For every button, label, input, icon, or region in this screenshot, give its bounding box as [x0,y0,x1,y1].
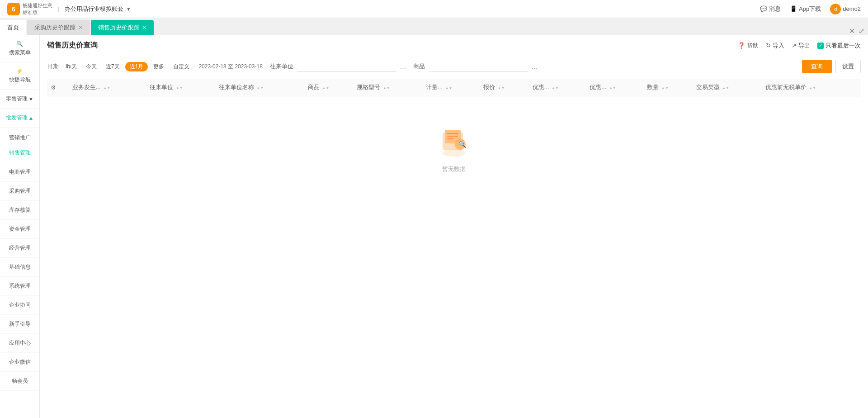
th-partner-name[interactable]: 往来单位名称 ▲▼ [215,79,304,96]
sort-quote-icon: ▲▼ [498,86,505,90]
partner-dots[interactable]: ... [400,62,406,71]
sidebar-item-apps[interactable]: 应用中心 [0,334,39,353]
sidebar-item-purchase[interactable]: 采购管理 [0,182,39,201]
date-buttons: 昨天 今天 近7天 近1月 更多 自定义 [62,62,193,71]
filter-bar: 日期 昨天 今天 近7天 近1月 更多 自定义 2023-02-18 至 202… [40,54,868,79]
empty-icon: 🔍 [436,124,472,160]
avatar: d [830,4,841,14]
sidebar-item-enterprise[interactable]: 企业协同 [0,296,39,315]
th-discount1[interactable]: 优惠... ▲▼ [529,79,586,96]
sidebar-item-basic[interactable]: 基础信息 [0,258,39,277]
sidebar-item-finance[interactable]: 资金管理 [0,220,39,239]
th-spec[interactable]: 规格型号 ▲▼ [353,79,422,96]
tab-purchase-close[interactable]: ✕ [78,24,83,31]
topbar: 6 畅捷通好生意 标准版 | 办公用品行业模拟账套 ▾ 💬 消息 📱 App下载… [0,0,868,18]
logo-icon: 6 [7,3,20,15]
th-tx-type[interactable]: 交易类型 ▲▼ [693,79,762,96]
date-btn-yesterday[interactable]: 昨天 [62,62,80,71]
sidebar-item-inventory[interactable]: 库存核算 [0,201,39,220]
sidebar-sub-item-sales-mgmt[interactable]: 销售管理 [0,145,39,160]
logo-area: 6 畅捷通好生意 标准版 [7,2,52,15]
svg-text:🔍: 🔍 [458,141,467,148]
date-range-display: 2023-02-18 至 2023-03-18 [198,63,262,71]
date-btn-custom[interactable]: 自定义 [170,62,193,71]
sidebar-item-wechat[interactable]: 企业微信 [0,353,39,372]
content-area: 销售历史价查询 ❓ 帮助 ↻ 导入 ↗ 导出 ✓ 只看最后一次 [40,35,868,418]
query-button[interactable]: 查询 [802,60,832,73]
sort-discount1-icon: ▲▼ [552,86,559,90]
goods-dots[interactable]: ... [532,62,538,71]
search-icon: 🔍 [16,41,23,47]
tab-sales-close[interactable]: ✕ [142,24,146,31]
chevron-up-icon: ▲ [28,115,34,121]
date-btn-today[interactable]: 今天 [82,62,100,71]
sidebar-item-ecommerce[interactable]: 电商管理 [0,163,39,182]
th-goods[interactable]: 商品 ▲▼ [304,79,353,96]
logo-text: 畅捷通好生意 标准版 [23,2,52,15]
svg-point-0 [443,149,465,157]
sort-qty-icon: ▲▼ [661,86,669,90]
table-container: ⚙ 业务发生... ▲▼ 往来单位 ▲▼ 往来单位名称 ▲▼ [40,79,868,418]
only-last-checkbox[interactable]: ✓ [817,43,824,49]
goods-input[interactable] [429,61,528,72]
sidebar-item-wholesale[interactable]: 批发管理 ▲ [0,109,39,128]
sidebar-sub-item-marketing[interactable]: 营销推广 [0,130,39,145]
sidebar-item-guide[interactable]: 新手引导 [0,315,39,334]
only-last-label[interactable]: ✓ 只看最后一次 [817,42,861,50]
app-download-action[interactable]: 📱 App下载 [790,5,821,13]
sort-biz-date-icon: ▲▼ [103,86,110,90]
sort-spec-icon: ▲▼ [383,86,390,90]
gear-icon: ⚙ [51,84,56,91]
sort-goods-icon: ▲▼ [322,86,330,90]
date-filter-group: 日期 昨天 今天 近7天 近1月 更多 自定义 2023-02-18 至 202… [47,62,263,71]
sidebar-item-operations[interactable]: 经营管理 [0,239,39,258]
date-label: 日期 [47,62,59,71]
topbar-left: 6 畅捷通好生意 标准版 | 办公用品行业模拟账套 ▾ [7,2,130,15]
help-action[interactable]: ❓ 帮助 [738,42,759,50]
topbar-dropdown[interactable]: ▾ [127,5,130,12]
expand-icon[interactable]: ⤢ [859,27,864,35]
sort-discount2-icon: ▲▼ [609,86,616,90]
empty-text: 暂无数据 [442,165,466,173]
th-gear[interactable]: ⚙ [47,79,69,96]
sidebar-sub-wholesale: 营销推广 销售管理 [0,128,39,163]
export-icon: ↗ [792,42,797,49]
shortcuts-icon: ⚡ [16,68,23,74]
th-partner-code[interactable]: 往来单位 ▲▼ [146,79,215,96]
topbar-right: 💬 消息 📱 App下载 d demo2 [760,4,861,14]
message-action[interactable]: 💬 消息 [760,5,781,13]
goods-filter-group: 商品 ... [413,61,538,72]
th-unit[interactable]: 计量... ▲▼ [422,79,480,96]
th-qty[interactable]: 数量 ▲▼ [643,79,692,96]
goods-label: 商品 [413,62,425,71]
tab-purchase[interactable]: 采购历史价跟踪 ✕ [27,20,90,35]
sort-partner-code-icon: ▲▼ [176,86,183,90]
table-header-row: ⚙ 业务发生... ▲▼ 往来单位 ▲▼ 往来单位名称 ▲▼ [47,79,861,96]
th-biz-date[interactable]: 业务发生... ▲▼ [69,79,146,96]
th-quote[interactable]: 报价 ▲▼ [480,79,528,96]
partner-input[interactable] [297,61,396,72]
tab-sales[interactable]: 销售历史价跟踪 ✕ [91,20,154,35]
tab-home[interactable]: 首页 [0,20,26,35]
export-action[interactable]: ↗ 导出 [792,42,810,50]
date-btn-last1m[interactable]: 近1月 [125,62,148,71]
sidebar-item-vip[interactable]: 畅会员 [0,372,39,391]
th-discount2[interactable]: 优惠... ▲▼ [586,79,643,96]
th-pretax-price[interactable]: 优惠前无税单价 ▲▼ [762,79,861,96]
sort-pretax-price-icon: ▲▼ [809,86,816,90]
sidebar: 🔍 搜索菜单 ⚡ 快捷导航 零售管理 ▼ 批发管理 ▲ 营销推广 销售管理 电商… [0,35,40,418]
sidebar-item-shortcuts[interactable]: ⚡ 快捷导航 [0,62,39,90]
import-action[interactable]: ↻ 导入 [766,42,784,50]
close-all-icon[interactable]: ✕ [849,27,855,35]
sidebar-item-search[interactable]: 🔍 搜索菜单 [0,35,39,62]
sidebar-item-system[interactable]: 系统管理 [0,277,39,296]
user-action[interactable]: d demo2 [830,4,861,14]
date-btn-last7[interactable]: 近7天 [102,62,123,71]
sidebar-item-retail[interactable]: 零售管理 ▼ [0,90,39,109]
tabbar-actions: ✕ ⤢ [849,27,868,35]
empty-state: 🔍 暂无数据 [47,96,861,200]
date-btn-more[interactable]: 更多 [150,62,168,71]
app-icon: 📱 [790,5,797,12]
settings-button[interactable]: 设置 [835,60,861,73]
topbar-app-title: 办公用品行业模拟账套 [65,5,123,13]
